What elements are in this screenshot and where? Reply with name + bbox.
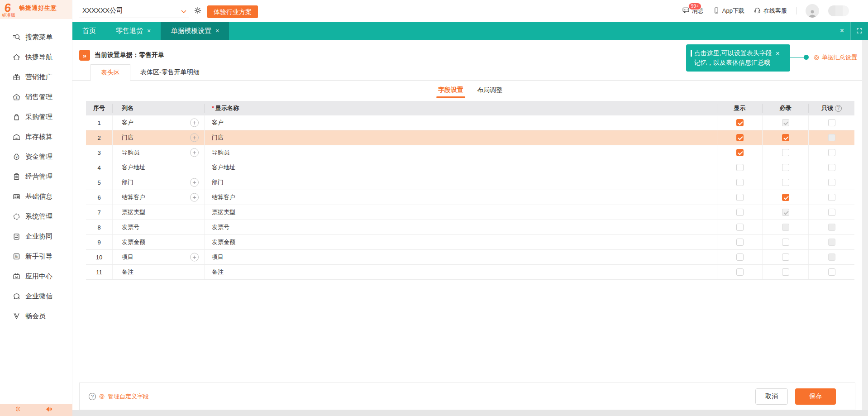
sidebar-item[interactable]: 采购管理	[0, 107, 72, 127]
window-tab[interactable]: 单据模板设置 ×	[161, 22, 229, 40]
setting-tab[interactable]: 布局调整	[477, 86, 502, 98]
row-display-name[interactable]: 项目	[205, 250, 717, 264]
window-tab[interactable]: 零售退货 ×	[106, 22, 161, 40]
row-display-name[interactable]: 票据类型	[205, 205, 717, 220]
settings-gear-icon[interactable]	[14, 406, 21, 414]
vertical-scrollbar[interactable]	[862, 40, 868, 416]
add-field-button[interactable]: +	[190, 134, 199, 142]
tab-close-icon[interactable]: ×	[215, 27, 219, 34]
show-checkbox[interactable]	[736, 164, 744, 171]
sidebar-item[interactable]: ¥ 资金管理	[0, 147, 72, 167]
row-display-name[interactable]: 客户地址	[205, 160, 717, 175]
sidebar-item[interactable]: 应用中心	[0, 266, 72, 286]
area-tab[interactable]: 表体区-零售开单明细	[130, 64, 210, 81]
show-checkbox-cell	[717, 250, 763, 264]
fullscreen-icon[interactable]	[850, 22, 868, 40]
show-checkbox[interactable]	[736, 239, 744, 246]
readonly-checkbox[interactable]	[828, 224, 835, 231]
show-checkbox[interactable]	[736, 209, 744, 216]
show-checkbox[interactable]	[736, 149, 744, 156]
manage-custom-fields-link[interactable]: ? 管理自定义字段	[89, 392, 149, 401]
add-field-button[interactable]: +	[190, 119, 199, 127]
sidebar-item[interactable]: 快捷导航	[0, 47, 72, 67]
required-checkbox[interactable]	[782, 194, 789, 201]
row-display-name[interactable]: 备注	[205, 265, 717, 279]
readonly-checkbox[interactable]	[828, 239, 835, 246]
add-field-button[interactable]: +	[190, 178, 199, 187]
tab-close-icon[interactable]: ×	[147, 27, 151, 34]
gift-icon	[12, 72, 21, 81]
show-checkbox[interactable]	[736, 119, 744, 126]
required-checkbox[interactable]	[782, 179, 789, 186]
required-checkbox[interactable]	[782, 268, 789, 276]
readonly-help-icon[interactable]: ?	[835, 105, 842, 112]
readonly-checkbox[interactable]	[828, 164, 835, 171]
cancel-button[interactable]: 取消	[755, 388, 788, 405]
required-checkbox[interactable]	[782, 134, 789, 141]
divider	[796, 7, 796, 14]
window-tab[interactable]: 首页	[72, 22, 106, 40]
gear-icon[interactable]	[194, 6, 202, 16]
readonly-checkbox[interactable]	[828, 209, 835, 216]
tooltip-close-icon[interactable]: ×	[776, 48, 780, 58]
sidebar-item[interactable]: 系统管理	[0, 206, 72, 226]
breadcrumb: » 当前设置单据：零售开单	[79, 50, 164, 61]
row-display-name[interactable]: 发票金额	[205, 235, 717, 249]
add-field-button[interactable]: +	[190, 253, 199, 262]
avatar[interactable]	[806, 4, 819, 18]
area-tab[interactable]: 表头区	[91, 64, 130, 81]
show-checkbox[interactable]	[736, 224, 744, 231]
online-support-entry[interactable]: 在线客服	[754, 6, 787, 15]
readonly-checkbox[interactable]	[828, 179, 835, 186]
readonly-checkbox[interactable]	[828, 134, 835, 141]
row-display-name[interactable]: 门店	[205, 130, 717, 145]
required-checkbox[interactable]	[782, 224, 789, 231]
required-checkbox[interactable]	[782, 239, 789, 246]
save-button[interactable]: 保存	[795, 388, 836, 405]
required-checkbox[interactable]	[782, 149, 789, 156]
sidebar-item[interactable]: $ 销售管理	[0, 87, 72, 107]
row-display-name[interactable]: 客户	[205, 115, 717, 130]
app-download-entry[interactable]: App下载	[713, 7, 744, 15]
sidebar-item[interactable]: 企业协同	[0, 226, 72, 246]
sidebar-item[interactable]: 企业微信	[0, 286, 72, 306]
show-checkbox[interactable]	[736, 253, 744, 261]
sidebar-item[interactable]: 基础信息	[0, 186, 72, 206]
row-index: 1	[86, 115, 113, 130]
required-checkbox[interactable]	[782, 209, 789, 216]
double-chevron-icon[interactable]: »	[79, 50, 90, 61]
sidebar-item[interactable]: 搜索菜单	[0, 27, 72, 47]
readonly-checkbox[interactable]	[828, 119, 835, 126]
row-display-name[interactable]: 发票号	[205, 220, 717, 234]
readonly-checkbox[interactable]	[828, 194, 835, 201]
required-checkbox[interactable]	[782, 164, 789, 171]
readonly-checkbox[interactable]	[828, 149, 835, 156]
required-checkbox[interactable]	[782, 119, 789, 126]
required-checkbox[interactable]	[782, 253, 789, 261]
sidebar-item[interactable]: 营销推广	[0, 67, 72, 87]
sidebar-item[interactable]: 经营管理	[0, 167, 72, 186]
close-all-tabs-icon[interactable]: ×	[834, 27, 850, 35]
add-field-button[interactable]: +	[190, 193, 199, 202]
setting-tab[interactable]: 字段设置	[438, 86, 463, 98]
company-select[interactable]: XXXXXX公司	[79, 4, 189, 18]
add-field-button[interactable]: +	[190, 148, 199, 157]
show-checkbox[interactable]	[736, 179, 744, 186]
sidebar-item[interactable]: 新 新手引导	[0, 246, 72, 266]
row-display-name[interactable]: 结算客户	[205, 190, 717, 205]
doc-summary-settings-link[interactable]: 单据汇总设置	[813, 53, 857, 62]
row-display-name[interactable]: 部门	[205, 175, 717, 190]
collapse-sidebar-icon[interactable]	[45, 406, 52, 414]
show-checkbox[interactable]	[736, 194, 744, 201]
sidebar-item[interactable]: 畅会员	[0, 306, 72, 326]
help-icon[interactable]: ?	[89, 393, 96, 400]
industry-plan-button[interactable]: 体验行业方案	[207, 5, 258, 18]
row-display-name[interactable]: 导购员	[205, 145, 717, 160]
messages-entry[interactable]: 99+ 消息	[682, 6, 704, 15]
sidebar-item[interactable]: 库存核算	[0, 127, 72, 147]
show-checkbox[interactable]	[736, 268, 744, 276]
readonly-checkbox[interactable]	[828, 268, 835, 276]
table-row: 11 备注 + 备注	[86, 265, 854, 280]
readonly-checkbox[interactable]	[828, 253, 835, 261]
show-checkbox[interactable]	[736, 134, 744, 141]
